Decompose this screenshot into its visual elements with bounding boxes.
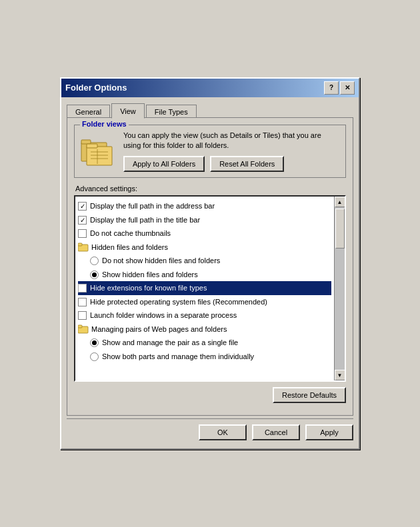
bottom-area: Restore Defaults bbox=[74, 387, 346, 403]
checkbox[interactable] bbox=[78, 229, 87, 238]
setting-label: Managing pairs of Web pages and folders bbox=[91, 324, 227, 335]
window-body: General View File Types Folder views bbox=[61, 97, 359, 449]
help-button[interactable]: ? bbox=[324, 81, 339, 95]
scroll-track bbox=[335, 207, 345, 370]
setting-label: Show both parts and manage them individu… bbox=[102, 351, 254, 362]
reset-all-folders-button[interactable]: Reset All Folders bbox=[210, 156, 284, 172]
svg-rect-2 bbox=[87, 147, 112, 165]
setting-label: Show hidden files and folders bbox=[102, 269, 198, 280]
tab-general[interactable]: General bbox=[67, 105, 110, 119]
checkbox[interactable] bbox=[78, 311, 87, 320]
setting-label: Hide extensions for known file types bbox=[90, 282, 207, 294]
restore-defaults-row: Restore Defaults bbox=[74, 387, 346, 403]
folder-small-icon bbox=[78, 324, 89, 334]
advanced-settings-label: Advanced settings: bbox=[75, 185, 346, 193]
setting-label: Do not cache thumbnails bbox=[90, 228, 171, 239]
checkbox[interactable] bbox=[78, 284, 87, 292]
scrollbar: ▲ ▼ bbox=[334, 197, 345, 380]
svg-rect-3 bbox=[87, 144, 97, 148]
list-item[interactable]: Display the full path in the title bar bbox=[78, 213, 331, 227]
radio[interactable] bbox=[90, 338, 99, 347]
list-item[interactable]: Show both parts and manage them individu… bbox=[78, 350, 331, 364]
list-item[interactable]: Hide protected operating system files (R… bbox=[78, 295, 331, 309]
folder-views-description: You can apply the view (such as Details … bbox=[123, 131, 340, 151]
list-item[interactable]: Do not show hidden files and folders bbox=[78, 254, 331, 268]
radio[interactable] bbox=[90, 270, 99, 279]
folder-options-dialog: Folder Options ? ✕ General View File Typ… bbox=[60, 77, 360, 450]
title-bar: Folder Options ? ✕ bbox=[61, 79, 359, 97]
apply-button[interactable]: Apply bbox=[305, 424, 353, 440]
list-item[interactable]: Do not cache thumbnails bbox=[78, 227, 331, 241]
radio[interactable] bbox=[90, 352, 99, 361]
list-item: Hidden files and folders bbox=[78, 241, 331, 255]
title-bar-buttons: ? ✕ bbox=[324, 81, 355, 95]
svg-rect-9 bbox=[78, 243, 82, 246]
folder-views-buttons: Apply to All Folders Reset All Folders bbox=[123, 156, 340, 172]
setting-label: Display the full path in the title bar bbox=[90, 215, 200, 226]
svg-rect-11 bbox=[78, 325, 82, 328]
setting-label: Show and manage the pair as a single fil… bbox=[102, 337, 238, 348]
list-item[interactable]: Show and manage the pair as a single fil… bbox=[78, 336, 331, 350]
scroll-thumb[interactable] bbox=[335, 209, 345, 249]
tab-view[interactable]: View bbox=[111, 103, 145, 119]
settings-list-container: Display the full path in the address bar… bbox=[74, 195, 346, 382]
setting-label: Hide protected operating system files (R… bbox=[90, 296, 267, 308]
folder-views-content: You can apply the view (such as Details … bbox=[80, 131, 340, 173]
radio[interactable] bbox=[90, 257, 99, 265]
list-item[interactable]: Display the full path in the address bar bbox=[78, 199, 331, 213]
setting-label: Hidden files and folders bbox=[91, 242, 168, 253]
window-title: Folder Options bbox=[65, 83, 127, 93]
settings-list: Display the full path in the address bar… bbox=[75, 197, 334, 380]
cancel-button[interactable]: Cancel bbox=[252, 424, 300, 440]
setting-label: Display the full path in the address bar bbox=[90, 201, 215, 212]
folder-views-section: Folder views bbox=[74, 125, 346, 179]
folder-small-icon bbox=[78, 243, 89, 252]
list-item[interactable]: Launch folder windows in a separate proc… bbox=[78, 308, 331, 322]
dialog-buttons: OK Cancel Apply bbox=[67, 418, 353, 443]
checkbox[interactable] bbox=[78, 216, 87, 225]
folder-icon bbox=[80, 135, 117, 168]
restore-defaults-button[interactable]: Restore Defaults bbox=[273, 387, 346, 403]
tab-bar: General View File Types bbox=[67, 103, 353, 118]
list-item: Managing pairs of Web pages and folders bbox=[78, 322, 331, 336]
list-item[interactable]: Hide extensions for known file types bbox=[78, 281, 331, 295]
list-item[interactable]: Show hidden files and folders bbox=[78, 268, 331, 282]
tab-content-view: Folder views bbox=[67, 117, 353, 416]
scroll-up-button[interactable]: ▲ bbox=[335, 197, 345, 207]
checkbox[interactable] bbox=[78, 298, 87, 306]
apply-to-all-folders-button[interactable]: Apply to All Folders bbox=[123, 156, 205, 172]
setting-label: Do not show hidden files and folders bbox=[102, 255, 220, 266]
scroll-down-button[interactable]: ▼ bbox=[335, 370, 345, 380]
close-button[interactable]: ✕ bbox=[340, 81, 355, 95]
folder-views-right: You can apply the view (such as Details … bbox=[123, 131, 340, 173]
checkbox[interactable] bbox=[78, 202, 87, 211]
svg-rect-1 bbox=[81, 140, 91, 144]
folder-views-label: Folder views bbox=[80, 120, 129, 128]
tab-file-types[interactable]: File Types bbox=[146, 105, 197, 119]
setting-label: Launch folder windows in a separate proc… bbox=[90, 310, 237, 321]
ok-button[interactable]: OK bbox=[199, 424, 247, 440]
